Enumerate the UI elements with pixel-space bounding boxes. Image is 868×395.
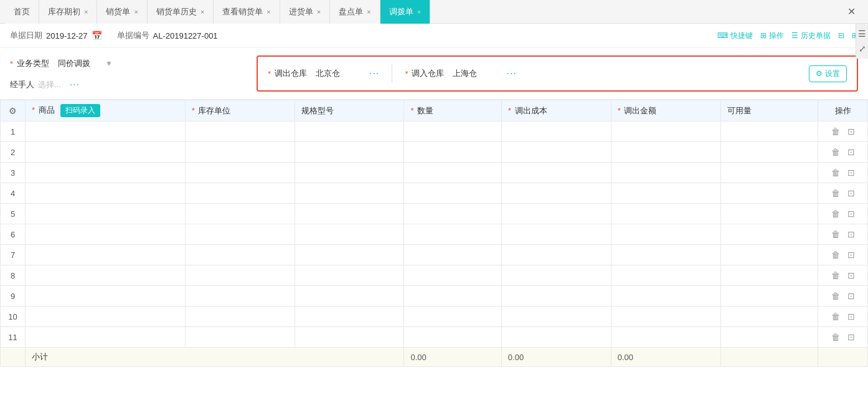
row-product-7[interactable] [26, 245, 186, 265]
row-qty-11[interactable] [404, 327, 501, 348]
handler-more-icon[interactable]: ··· [70, 79, 80, 90]
row-available-2[interactable] [720, 142, 818, 163]
row-available-4[interactable] [720, 183, 818, 204]
row-available-7[interactable] [720, 245, 818, 265]
tab-home[interactable]: 首页 [5, 0, 39, 24]
handler-placeholder[interactable]: 选择... [38, 79, 61, 90]
row-product-8[interactable] [26, 265, 186, 286]
row-cost-9[interactable] [501, 286, 611, 307]
row-spec-3[interactable] [295, 163, 404, 183]
row-qty-10[interactable] [404, 307, 501, 327]
row-unit-9[interactable] [185, 286, 295, 307]
row-cost-1[interactable] [501, 121, 611, 142]
window-close-button[interactable]: ✕ [839, 0, 863, 24]
transfer-in-more-icon[interactable]: ··· [506, 68, 516, 79]
row-qty-7[interactable] [404, 245, 501, 265]
row-available-9[interactable] [720, 286, 818, 307]
row-cost-10[interactable] [501, 307, 611, 327]
tab-sales-history[interactable]: 销货单历史 × [148, 0, 214, 24]
row-amount-3[interactable] [611, 163, 720, 183]
row-spec-7[interactable] [295, 245, 404, 265]
history-button[interactable]: ☰ 历史单据 [791, 31, 831, 41]
row-cost-3[interactable] [501, 163, 611, 183]
tab-inventory-init[interactable]: 库存期初 × [39, 0, 97, 24]
copy-row-8-button[interactable]: ⊡ [846, 269, 856, 282]
row-unit-3[interactable] [185, 163, 295, 183]
row-spec-1[interactable] [295, 121, 404, 142]
delete-row-8-button[interactable]: 🗑 [830, 269, 841, 282]
scan-input-button[interactable]: 扫码录入 [60, 104, 100, 117]
row-qty-3[interactable] [404, 163, 501, 183]
row-amount-2[interactable] [611, 142, 720, 163]
tab-sales[interactable]: 销货单 × [97, 0, 147, 24]
layout-button[interactable]: ⊟ [838, 31, 844, 40]
row-qty-8[interactable] [404, 265, 501, 286]
row-available-6[interactable] [720, 224, 818, 245]
row-spec-9[interactable] [295, 286, 404, 307]
row-unit-7[interactable] [185, 245, 295, 265]
row-cost-4[interactable] [501, 183, 611, 204]
row-cost-8[interactable] [501, 265, 611, 286]
delete-row-3-button[interactable]: 🗑 [830, 166, 841, 179]
sidebar-expand-icon[interactable]: ⤢ [859, 44, 866, 54]
tab-purchase-close[interactable]: × [317, 8, 321, 16]
delete-row-4-button[interactable]: 🗑 [830, 187, 841, 199]
row-product-4[interactable] [26, 183, 186, 204]
row-unit-10[interactable] [185, 307, 295, 327]
tab-inventory-close[interactable]: × [367, 8, 370, 16]
row-qty-6[interactable] [404, 224, 501, 245]
row-product-10[interactable] [26, 307, 186, 327]
row-amount-9[interactable] [611, 286, 720, 307]
calendar-icon[interactable]: 📅 [92, 31, 102, 40]
row-spec-11[interactable] [295, 327, 404, 348]
row-qty-1[interactable] [404, 121, 501, 142]
row-cost-6[interactable] [501, 224, 611, 245]
row-product-9[interactable] [26, 286, 186, 307]
row-cost-2[interactable] [501, 142, 611, 163]
transfer-out-more-icon[interactable]: ··· [369, 68, 379, 79]
row-cost-11[interactable] [501, 327, 611, 348]
row-unit-11[interactable] [185, 327, 295, 348]
table-settings-icon[interactable]: ⚙ [9, 106, 17, 116]
row-amount-1[interactable] [611, 121, 720, 142]
copy-row-5-button[interactable]: ⊡ [846, 207, 856, 220]
row-unit-4[interactable] [185, 183, 295, 204]
row-available-1[interactable] [720, 121, 818, 142]
row-available-10[interactable] [720, 307, 818, 327]
row-unit-1[interactable] [185, 121, 295, 142]
row-available-11[interactable] [720, 327, 818, 348]
tab-transfer-close[interactable]: × [417, 8, 421, 16]
row-spec-8[interactable] [295, 265, 404, 286]
tab-sales-close[interactable]: × [134, 8, 138, 16]
delete-row-2-button[interactable]: 🗑 [830, 146, 841, 158]
row-unit-5[interactable] [185, 204, 295, 224]
delete-row-10-button[interactable]: 🗑 [830, 310, 841, 323]
copy-row-11-button[interactable]: ⊡ [846, 331, 856, 343]
row-amount-7[interactable] [611, 245, 720, 265]
row-amount-8[interactable] [611, 265, 720, 286]
row-spec-5[interactable] [295, 204, 404, 224]
row-product-3[interactable] [26, 163, 186, 183]
row-amount-5[interactable] [611, 204, 720, 224]
row-unit-6[interactable] [185, 224, 295, 245]
row-available-8[interactable] [720, 265, 818, 286]
tab-inventory[interactable]: 盘点单 × [330, 0, 380, 24]
tab-view-sales-close[interactable]: × [267, 8, 270, 16]
row-qty-4[interactable] [404, 183, 501, 204]
copy-row-7-button[interactable]: ⊡ [846, 249, 856, 261]
row-spec-2[interactable] [295, 142, 404, 163]
tab-sales-history-close[interactable]: × [200, 8, 204, 16]
business-type-select[interactable]: 同价调拨 ▼ [53, 55, 113, 72]
shortcut-button[interactable]: ⌨ 快捷键 [717, 31, 753, 41]
row-amount-4[interactable] [611, 183, 720, 204]
copy-row-10-button[interactable]: ⊡ [846, 310, 856, 323]
delete-row-11-button[interactable]: 🗑 [830, 331, 841, 343]
row-available-3[interactable] [720, 163, 818, 183]
row-product-11[interactable] [26, 327, 186, 348]
tab-inventory-init-close[interactable]: × [84, 8, 88, 16]
operate-button[interactable]: ⊞ 操作 [760, 31, 784, 41]
row-cost-7[interactable] [501, 245, 611, 265]
copy-row-6-button[interactable]: ⊡ [846, 228, 856, 240]
row-product-6[interactable] [26, 224, 186, 245]
sidebar-list-icon[interactable]: ☰ [858, 29, 866, 39]
